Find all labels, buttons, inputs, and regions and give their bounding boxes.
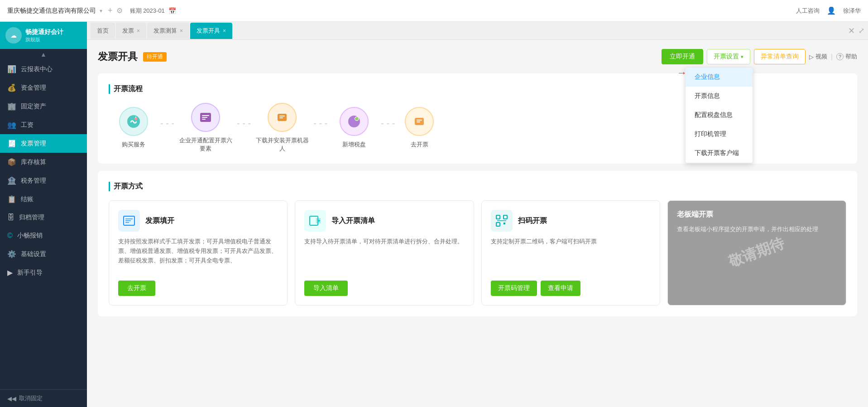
content-area: 首页 发票 × 发票测算 × 发票开具 × ✕ ⤢ 发票开具 [87, 22, 868, 407]
svg-rect-4 [202, 117, 207, 118]
settings-chevron-icon: ▾ [741, 54, 743, 60]
step-arrow-2: - - - [237, 118, 251, 138]
step3-label: 下载并安装开票机器人 [255, 136, 309, 153]
billing-section: 开票方式 发票填开 支持按照发票样式手工填开发票；可开具增值税电子普通发票、增值… [98, 171, 857, 316]
svg-rect-13 [417, 120, 422, 121]
sidebar-item-assets[interactable]: 🏢 固定资产 [0, 97, 87, 116]
support-btn[interactable]: 人工咨询 [796, 7, 820, 15]
scan-desc: 支持定制开票二维码，客户端可扫码开票 [491, 237, 651, 273]
user-name: 徐泽华 [843, 7, 861, 15]
video-label: 视频 [815, 53, 827, 61]
pin-icon: ◀◀ [7, 395, 16, 402]
step2-label: 企业开通配置开票六要素 [178, 136, 233, 153]
svg-rect-24 [504, 223, 505, 224]
tab-calc[interactable]: 发票测算 × [147, 23, 189, 39]
logo-version: 旗舰版 [25, 36, 63, 43]
logo-text: 畅捷通好会计 [25, 28, 63, 36]
dropdown-icon[interactable]: ▾ [100, 8, 102, 14]
sidebar-label: 小畅报销 [17, 232, 43, 240]
sidebar-item-basic[interactable]: ⚙️ 基础设置 [0, 245, 87, 263]
tab-calc-close[interactable]: × [180, 28, 183, 34]
logo-icon: ☁ [5, 27, 22, 44]
sidebar-item-tax[interactable]: 🏦 税务管理 [0, 171, 87, 190]
svg-rect-22 [496, 223, 500, 226]
page-header: 发票开具 待开通 立即开通 开票设置 ▾ 异常清单查询 ▷ 视频 | ? [98, 49, 857, 64]
step1-icon [119, 107, 148, 136]
sidebar-item-funds[interactable]: 💰 资金管理 [0, 78, 87, 97]
tab-invoice-close[interactable]: × [137, 28, 140, 34]
tab-home[interactable]: 首页 [91, 23, 115, 39]
flow-step-4: + 新增税盘 [329, 107, 379, 149]
dropdown-item-invoice-info[interactable]: 开票信息 [686, 87, 753, 106]
scan-title: 扫码开票 [518, 216, 547, 226]
billing-title: 开票方式 [109, 182, 846, 191]
tabs-bar: 首页 发票 × 发票测算 × 发票开具 × ✕ ⤢ [87, 22, 868, 40]
sidebar-label: 云报表中心 [21, 65, 53, 73]
basic-icon: ⚙️ [7, 250, 16, 258]
svg-rect-5 [202, 119, 206, 120]
video-btn[interactable]: ▷ 视频 [809, 53, 827, 61]
dropdown-item-tax-disk[interactable]: 配置税盘信息 [686, 106, 753, 125]
sidebar-item-closing[interactable]: 📋 结账 [0, 190, 87, 208]
scan-btn1[interactable]: 开票码管理 [491, 281, 537, 296]
sidebar-item-archive[interactable]: 🗄 归档管理 [0, 208, 87, 227]
scan-btn2[interactable]: 查看申请 [541, 281, 580, 296]
billing-card-import: 导入开票清单 支持导入待开票清单，可对待开票清单进行拆分、合并处理。 导入清单 [295, 200, 474, 305]
import-btn[interactable]: 导入清单 [304, 281, 348, 296]
sidebar-scroll-up[interactable]: ▲ [0, 49, 87, 60]
svg-rect-7 [279, 116, 285, 116]
cancel-pin-btn[interactable]: ◀◀ 取消固定 [0, 390, 87, 407]
sidebar-item-invoice[interactable]: 🧾 发票管理 [0, 134, 87, 153]
calendar-icon[interactable]: 📅 [168, 7, 176, 15]
sidebar-label: 税务管理 [21, 177, 46, 185]
anomaly-btn[interactable]: 异常清单查询 [754, 49, 806, 64]
boss-desc: 查看老板端小程序提交的开票申请，并作出相应的处理 [677, 225, 837, 261]
add-company-btn[interactable]: + [108, 6, 113, 15]
dropdown-item-company[interactable]: 企业信息 [686, 68, 753, 87]
guide-icon: ▶ [7, 268, 13, 277]
inventory-icon: 📦 [7, 158, 16, 166]
activate-btn[interactable]: 立即开通 [662, 49, 703, 64]
settings-icon[interactable]: ⚙ [116, 6, 123, 15]
help-icon: ? [836, 53, 844, 60]
dropdown-item-printer[interactable]: 打印机管理 [686, 125, 753, 144]
sidebar-item-inventory[interactable]: 📦 库存核算 [0, 153, 87, 171]
cloud-icon: 📊 [7, 65, 16, 73]
expense-icon: © [7, 232, 13, 240]
billing-card-boss: 老板端开票 查看老板端小程序提交的开票申请，并作出相应的处理 敬请期待 [667, 200, 846, 305]
tab-issue[interactable]: 发票开具 × [190, 23, 232, 39]
closing-icon: 📋 [7, 195, 16, 204]
svg-rect-20 [496, 215, 500, 219]
flow-step-5: 去开票 [397, 107, 442, 149]
step5-icon [405, 107, 434, 136]
settings-btn-label: 开票设置 [714, 53, 739, 61]
manual-desc: 支持按照发票样式手工填开发票；可开具增值税电子普通发票、增值税普通发票、增值税专… [118, 237, 278, 273]
cancel-pin-label: 取消固定 [19, 394, 43, 402]
manual-btn[interactable]: 去开票 [118, 281, 155, 296]
sidebar-item-cloud-reports[interactable]: 📊 云报表中心 [0, 60, 87, 78]
dropdown-item-download[interactable]: 下载开票客户端 [686, 144, 753, 163]
sidebar-item-guide[interactable]: ▶ 新手引导 [0, 263, 87, 282]
tax-icon: 🏦 [7, 176, 16, 185]
svg-rect-3 [202, 115, 209, 116]
logo-area: ☁ 畅捷通好会计 旗舰版 [0, 22, 87, 49]
sidebar-bottom: ◀◀ 取消固定 [0, 389, 87, 407]
step-arrow-4: - - - [381, 118, 395, 138]
sidebar-label: 资金管理 [21, 84, 46, 92]
tab-invoice[interactable]: 发票 × [116, 23, 146, 39]
sidebar-item-salary[interactable]: 👥 工资 [0, 116, 87, 134]
tab-close-btn[interactable]: ✕ [848, 26, 855, 36]
billing-card-scan: 扫码开票 支持定制开票二维码，客户端可扫码开票 开票码管理 查看申请 [481, 200, 660, 305]
pending-badge: 待开通 [143, 52, 167, 62]
sidebar-item-expense[interactable]: © 小畅报销 [0, 227, 87, 245]
flow-step-3: 下载并安装开票机器人 [253, 103, 312, 153]
settings-dropdown-btn[interactable]: 开票设置 ▾ [707, 49, 750, 64]
sidebar-label: 归档管理 [19, 213, 44, 222]
tab-issue-close[interactable]: × [223, 28, 226, 34]
manual-icon [118, 210, 140, 232]
help-btn[interactable]: ? 帮助 [836, 53, 857, 61]
manual-title: 发票填开 [145, 216, 174, 226]
tab-maximize-btn[interactable]: ⤢ [858, 26, 864, 35]
scan-icon [491, 210, 513, 232]
page-content: 发票开具 待开通 立即开通 开票设置 ▾ 异常清单查询 ▷ 视频 | ? [87, 40, 868, 407]
